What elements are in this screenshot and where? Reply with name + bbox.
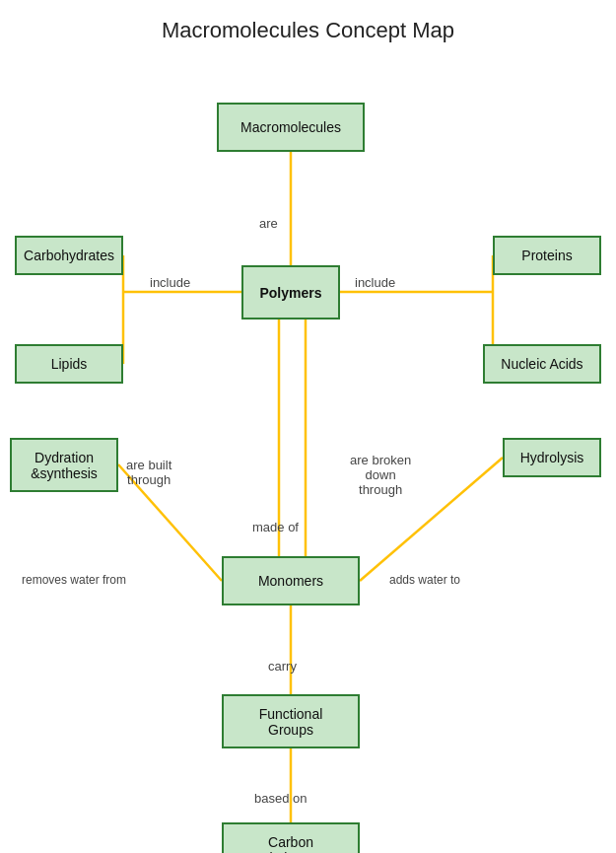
node-nucleic-acids: Nucleic Acids: [483, 344, 601, 384]
node-carbon-skeletons: Carbon Skeletons: [222, 822, 360, 853]
label-include-left: include: [150, 275, 190, 290]
label-are-broken: are broken down through: [350, 453, 411, 497]
concept-map: Macromolecules Polymers Carbohydrates Li…: [0, 53, 616, 853]
node-carbohydrates: Carbohydrates: [15, 236, 123, 275]
page-title: Macromolecules Concept Map: [0, 0, 616, 53]
node-hydrolysis: Hydrolysis: [503, 438, 601, 477]
label-are-built: are built through: [126, 458, 171, 487]
node-functional-groups: Functional Groups: [222, 694, 360, 748]
label-made-of: made of: [252, 520, 299, 534]
node-polymers: Polymers: [241, 265, 340, 320]
node-proteins: Proteins: [493, 236, 601, 275]
label-are: are: [259, 216, 278, 231]
label-removes-water: removes water from: [22, 573, 126, 587]
label-include-right: include: [355, 275, 395, 290]
label-carry: carry: [268, 659, 297, 674]
node-dehydration: Dydration &synthesis: [10, 438, 118, 492]
node-monomers: Monomers: [222, 556, 360, 605]
node-lipids: Lipids: [15, 344, 123, 384]
label-adds-water: adds water to: [389, 573, 460, 587]
node-macromolecules: Macromolecules: [217, 103, 365, 152]
label-based-on: based on: [254, 791, 308, 806]
